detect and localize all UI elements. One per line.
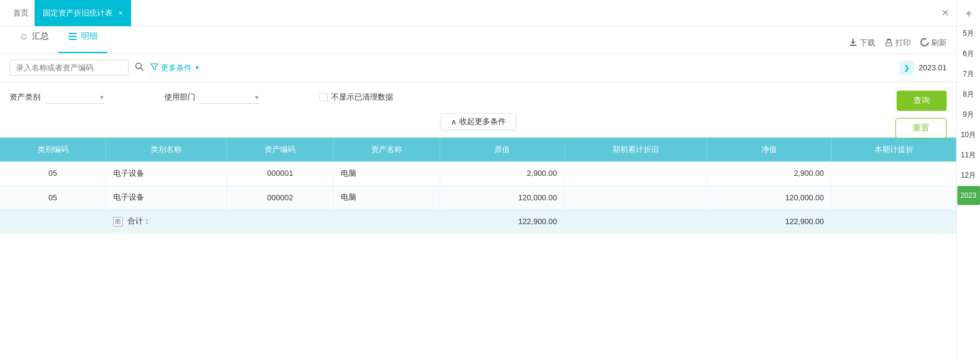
department-select[interactable] <box>200 91 260 104</box>
search-icon[interactable] <box>135 62 144 73</box>
tab-summary-label: 汇总 <box>32 31 49 42</box>
svg-rect-3 <box>850 45 857 46</box>
col-current-period: 本期计提折 <box>832 138 956 162</box>
sidebar-month-5[interactable]: 5月 <box>957 24 980 43</box>
row2-original-value: 120,000.00 <box>440 185 564 209</box>
row1-original-value: 2,900.00 <box>440 162 564 185</box>
home-tab[interactable]: 首页 <box>7 8 35 18</box>
col-asset-code: 资产编码 <box>227 138 334 162</box>
col-net-value: 净值 <box>707 138 831 162</box>
collapse-arrow-btn[interactable]: ❯ <box>900 61 914 75</box>
total-empty-1 <box>0 209 106 233</box>
sidebar-month-10[interactable]: 10月 <box>957 125 980 144</box>
top-nav: 首页 固定资产折旧统计表 × ✕ <box>0 0 956 26</box>
total-initial-accumulated <box>564 209 707 233</box>
col-initial-accumulated: 期初累计折旧 <box>564 138 707 162</box>
data-table: 类别编码 类别名称 资产编码 资产名称 原值 期初累计折旧 净值 本期计提折 0… <box>0 138 956 234</box>
hide-cleared-checkbox[interactable] <box>319 93 328 101</box>
total-label: 合计： <box>127 216 151 225</box>
total-original-value: 122,900.00 <box>440 209 564 233</box>
row2-asset-name: 电脑 <box>334 185 440 209</box>
tab-title: 固定资产折旧统计表 <box>43 8 113 18</box>
row1-asset-name: 电脑 <box>334 162 440 185</box>
sidebar-up-btn[interactable] <box>957 5 980 23</box>
asset-type-label: 资产类别 <box>10 92 41 103</box>
row1-initial-accumulated <box>564 162 707 185</box>
total-icon: 图 <box>113 217 123 226</box>
col-category-name: 类别名称 <box>106 138 227 162</box>
refresh-icon <box>920 38 929 48</box>
sidebar-month-12[interactable]: 12月 <box>957 166 980 185</box>
table-container: 类别编码 类别名称 资产编码 资产名称 原值 期初累计折旧 净值 本期计提折 0… <box>0 138 956 360</box>
svg-rect-2 <box>69 39 77 40</box>
total-empty-3 <box>227 209 334 233</box>
department-filter: 使用部门 ▼ <box>164 91 260 104</box>
row1-current-period <box>832 162 956 185</box>
svg-line-7 <box>141 68 143 70</box>
total-empty-4 <box>334 209 440 233</box>
refresh-btn[interactable]: 刷新 <box>920 38 947 48</box>
main-tab[interactable]: 固定资产折旧统计表 × <box>35 0 131 26</box>
chevron-down-icon: ▼ <box>194 64 200 71</box>
window-close-icon[interactable]: ✕ <box>941 7 949 18</box>
row1-net-value: 2,900.00 <box>707 162 831 185</box>
sidebar-month-7[interactable]: 7月 <box>957 64 980 83</box>
department-label: 使用部门 <box>164 92 195 103</box>
row2-asset-code: 000002 <box>227 185 334 209</box>
collapse-button[interactable]: ∧ 收起更多条件 <box>441 113 516 130</box>
collapse-bar: ∧ 收起更多条件 <box>10 110 947 131</box>
row1-asset-code: 000001 <box>227 162 334 185</box>
print-icon <box>885 38 893 48</box>
print-btn[interactable]: 打印 <box>885 38 911 48</box>
table-row: 05 电子设备 000002 电脑 120,000.00 120,000.00 <box>0 185 956 209</box>
row1-category-code: 05 <box>0 162 106 185</box>
hide-cleared-group: 不显示已清理数据 <box>319 92 393 103</box>
svg-rect-4 <box>886 43 892 46</box>
col-category-code: 类别编码 <box>0 138 106 162</box>
sidebar-year-2023[interactable]: 2023 <box>957 186 980 205</box>
filter-icon <box>150 63 158 73</box>
asset-type-select[interactable] <box>45 91 105 104</box>
row2-net-value: 120,000.00 <box>707 185 831 209</box>
tab-close-icon[interactable]: × <box>119 9 123 17</box>
col-original-value: 原值 <box>440 138 564 162</box>
reset-button[interactable]: 重置 <box>895 118 947 138</box>
table-row: 05 电子设备 000001 电脑 2,900.00 2,900.00 <box>0 162 956 185</box>
row2-current-period <box>832 185 956 209</box>
date-label: 2023.01 <box>919 63 947 72</box>
table-header-row: 类别编码 类别名称 资产编码 资产名称 原值 期初累计折旧 净值 本期计提折 <box>0 138 956 162</box>
row2-initial-accumulated <box>564 185 707 209</box>
hide-cleared-label: 不显示已清理数据 <box>331 92 393 103</box>
row2-category-code: 05 <box>0 185 106 209</box>
col-asset-name: 资产名称 <box>334 138 440 162</box>
tab-detail[interactable]: 明细 <box>58 26 107 53</box>
tab-summary[interactable]: ⊙ 汇总 <box>10 26 58 53</box>
sidebar-month-8[interactable]: 8月 <box>957 85 980 104</box>
download-btn[interactable]: 下载 <box>849 38 875 48</box>
right-arrow-icon: ❯ <box>904 64 910 72</box>
sidebar-month-11[interactable]: 11月 <box>957 145 980 165</box>
summary-icon: ⊙ <box>19 32 29 41</box>
detail-icon <box>68 32 77 41</box>
filter-bar: 更多条件 ▼ ❯ 2023.01 <box>0 54 956 82</box>
tab-actions: 下载 打印 刷新 <box>849 38 947 53</box>
svg-rect-5 <box>887 39 891 40</box>
tab-detail-label: 明细 <box>81 31 98 42</box>
download-icon <box>849 38 857 48</box>
total-empty-2: 图 合计： <box>106 209 227 233</box>
asset-type-filter: 资产类别 ▼ <box>10 91 105 104</box>
advanced-filter: 资产类别 ▼ 使用部门 ▼ 不显示已清理数 <box>0 82 956 138</box>
tab-bar: ⊙ 汇总 明细 下载 打印 <box>0 26 956 54</box>
sidebar-month-9[interactable]: 9月 <box>957 105 980 124</box>
more-conditions-btn[interactable]: 更多条件 ▼ <box>150 63 200 73</box>
row1-category-name: 电子设备 <box>106 162 227 185</box>
row2-category-name: 电子设备 <box>106 185 227 209</box>
svg-rect-1 <box>69 36 77 37</box>
total-row: 图 合计： 122,900.00 122,900.00 <box>0 209 956 233</box>
search-input[interactable] <box>10 60 129 76</box>
collapse-icon: ∧ <box>451 117 457 126</box>
sidebar-month-6[interactable]: 6月 <box>957 44 980 63</box>
total-current-period <box>832 209 956 233</box>
total-net-value: 122,900.00 <box>707 209 831 233</box>
query-button[interactable]: 查询 <box>897 91 947 111</box>
